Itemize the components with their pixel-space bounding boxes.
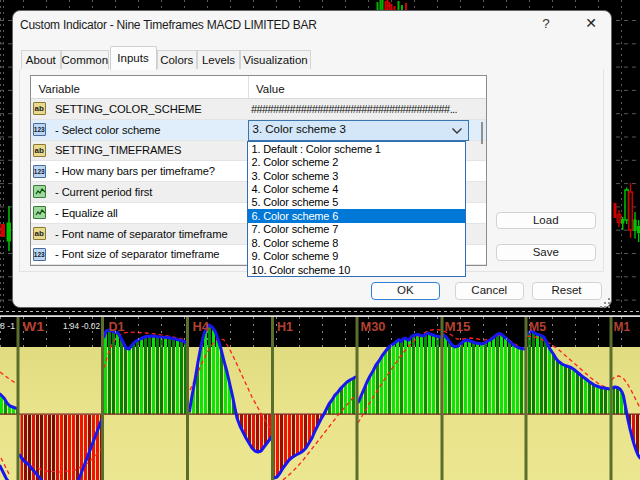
svg-text:D1: D1: [109, 319, 125, 334]
svg-text:M30: M30: [361, 319, 386, 334]
svg-text:W1: W1: [23, 319, 45, 334]
svg-text:H1: H1: [277, 319, 293, 334]
svg-text:1.94 -0.02: 1.94 -0.02: [63, 320, 100, 331]
svg-text:8 -1: 8 -1: [0, 320, 15, 331]
svg-text:M5: M5: [529, 319, 546, 334]
svg-text:M15: M15: [445, 319, 471, 334]
svg-text:H4: H4: [193, 319, 210, 334]
svg-text:M1: M1: [614, 319, 631, 334]
